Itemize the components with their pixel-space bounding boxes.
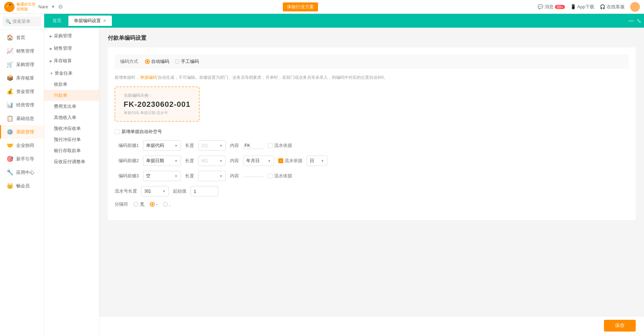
auto-encode-radio[interactable]: 自动编码 [145, 58, 169, 65]
chevron-down-icon: ▼ [162, 189, 166, 193]
search-icon: 🔍 [6, 19, 11, 24]
sidebar-item-purchase[interactable]: 🛒 采购管理 [0, 58, 44, 71]
sidebar-item-label: 新手引导 [16, 156, 34, 162]
chevron-down-icon: ▼ [174, 159, 178, 163]
top-bar-right: 💬 消息 99+ 📱 App下载 🎧 在线客服 [538, 2, 640, 12]
encoding-radio-group: 自动编码 手工编码 [145, 58, 199, 65]
user-avatar[interactable] [630, 2, 640, 12]
sub-nav-sales[interactable]: ▶ 销售管理 [44, 43, 99, 54]
preview-box: 当前编码示例： FK-20230602-001 单据代码-单据日期-流水号 [115, 86, 200, 122]
start-value-input[interactable]: 1 [191, 186, 218, 196]
app-layout: 🔍 搜索菜单 🏠 首页 📈 销售管理 🛒 采购管理 📦 库存核算 💰 [0, 14, 644, 335]
tab-expand-controls: — ⤡ [628, 18, 641, 24]
sidebar-item-label: 经营管理 [16, 102, 34, 108]
sep-none-radio[interactable]: 无 [134, 201, 144, 207]
sidebar-item-app-center[interactable]: 🔧 应用中心 [0, 166, 44, 179]
stream2-checkbox-checked[interactable]: ✓ [278, 158, 283, 163]
enterprise-icon: 🤝 [7, 142, 13, 149]
experience-button-container: 体验行业方案 [283, 2, 318, 11]
content-area: ▶ 采购管理 ▶ 销售管理 ▶ 库存核算 [44, 28, 644, 335]
stream2-period-select[interactable]: 日 ▼ [307, 156, 327, 166]
sidebar-item-label: 首页 [16, 35, 25, 41]
sidebar-item-system[interactable]: ⚙️ 系统管理 [0, 125, 44, 139]
prefix1-row: 编码前缀1 单据代码 ▼ 长度 2位 ▼ 内容 FK [115, 140, 629, 151]
message-button[interactable]: 💬 消息 99+ [538, 4, 565, 10]
logo-text: 畅通好生意 招商版 [17, 2, 36, 11]
prefix3-select[interactable]: 空 ▼ [143, 171, 181, 181]
sidebar-item-label: 基础信息 [16, 115, 34, 122]
hint-text: 新增单据时，'单据编码'自动生成，不可编辑。前缀设置为部门、业务员等档案类，开单… [115, 74, 629, 81]
sub-nav-other-income[interactable]: 其他收入单 [44, 112, 99, 123]
home-icon: 🏠 [7, 34, 13, 41]
stream1-checkbox[interactable]: 流水依据 [268, 142, 292, 149]
serial-length-select[interactable]: 3位 ▼ [141, 186, 169, 196]
sub-nav-bank[interactable]: 银行存取款单 [44, 145, 99, 156]
sub-nav-adjustment[interactable]: 应收应付调整单 [44, 156, 99, 167]
prefix1-select[interactable]: 单据代码 ▼ [143, 140, 181, 151]
sub-nav-inventory[interactable]: ▶ 库存核算 [44, 55, 99, 66]
stream3-checkbox-box[interactable] [268, 174, 273, 178]
bottom-bar: 保存 [99, 316, 644, 335]
sub-nav-receipt[interactable]: 收款单 [44, 79, 99, 90]
basic-icon: 📋 [7, 115, 13, 122]
prefix3-row: 编码前缀3 空 ▼ 长度 ▼ 内容 [115, 171, 629, 181]
tab-home[interactable]: 首页 [47, 16, 67, 26]
sidebar-item-enterprise[interactable]: 🤝 企业协同 [0, 139, 44, 152]
chevron-down-icon: ▼ [321, 159, 324, 163]
minimize-icon[interactable]: — [628, 18, 634, 24]
sep-dot-radio[interactable]: . [163, 202, 171, 207]
sub-nav-group-inventory: ▶ 库存核算 [44, 55, 99, 66]
sep-dash-radio[interactable]: - [150, 202, 157, 207]
content2-select[interactable]: 年月日 ▼ [243, 156, 274, 166]
sidebar-item-basic[interactable]: 📋 基础信息 [0, 112, 44, 125]
tab-close-icon[interactable]: ✕ [103, 18, 106, 23]
sub-nav-advance-payable[interactable]: 预付冲应付单 [44, 134, 99, 145]
sidebar-item-sales[interactable]: 📈 销售管理 [0, 44, 44, 58]
purchase-icon: 🛒 [7, 61, 13, 68]
sidebar-item-label: 资金管理 [16, 89, 34, 95]
sub-nav-purchase[interactable]: ▶ 采购管理 [44, 30, 99, 41]
save-button[interactable]: 保存 [604, 320, 636, 332]
sidebar-item-finance[interactable]: 💰 资金管理 [0, 85, 44, 98]
encoding-method-row: 编码方式 自动编码 手工编码 [115, 54, 629, 69]
app-center-icon: 🔧 [7, 169, 13, 176]
sub-nav-advance-receivable[interactable]: 预收冲应收单 [44, 123, 99, 134]
sep-none-dot [134, 202, 138, 207]
top-bar: 🍊 畅通好生意 招商版 Nare ▼ ⚙ 体验行业方案 💬 消息 99+ 📱 A… [0, 0, 644, 14]
sub-nav-payment[interactable]: 付款单 [44, 90, 99, 101]
online-service-button[interactable]: 🎧 在线客服 [600, 4, 625, 10]
stream2-checkbox[interactable]: ✓ 流水依据 [278, 158, 302, 164]
tab-bar: 首页 单据编码设置 ✕ — ⤡ [44, 14, 644, 28]
auto-encode-dot [145, 59, 150, 64]
length2-select[interactable]: 8位 ▼ [198, 156, 226, 166]
stream1-checkbox-box[interactable] [268, 143, 273, 148]
sidebar-item-home[interactable]: 🏠 首页 [0, 31, 44, 44]
app-download-button[interactable]: 📱 App下载 [570, 4, 594, 10]
sidebar-item-member[interactable]: 👑 畅会员 [0, 179, 44, 193]
chevron-down-icon: ▼ [219, 159, 223, 163]
auto-zero-row: 新增单据自动补空号 [115, 129, 629, 135]
expand-icon[interactable]: ⤡ [637, 18, 641, 24]
experience-button[interactable]: 体验行业方案 [283, 2, 318, 11]
prefix2-select[interactable]: 单据日期 ▼ [143, 156, 181, 166]
main-area: 首页 单据编码设置 ✕ — ⤡ ▶ 采购管理 [44, 14, 644, 335]
length3-select[interactable]: ▼ [198, 171, 226, 181]
manual-encode-radio[interactable]: 手工编码 [175, 58, 199, 65]
sub-nav-expense[interactable]: 费用支出单 [44, 101, 99, 112]
sidebar-item-guide[interactable]: 🎯 新手引导 [0, 152, 44, 166]
sidebar-item-inventory[interactable]: 📦 库存核算 [0, 71, 44, 85]
sidebar-item-label: 系统管理 [16, 129, 34, 135]
length1-select[interactable]: 2位 ▼ [198, 140, 226, 151]
search-menu-button[interactable]: 🔍 搜索菜单 [3, 17, 41, 26]
tab-encoding[interactable]: 单据编码设置 ✕ [68, 16, 112, 26]
sub-nav-finance[interactable]: ▼ 资金往来 [44, 68, 99, 79]
main-panel: 付款单编码设置 编码方式 自动编码 手工编码 [99, 28, 644, 335]
chevron-down-icon[interactable]: ▼ [51, 4, 55, 9]
settings-icon[interactable]: ⚙ [58, 3, 63, 10]
sidebar-nav: 🏠 首页 📈 销售管理 🛒 采购管理 📦 库存核算 💰 资金管理 📊 经 [0, 29, 44, 335]
auto-zero-checkbox[interactable] [115, 129, 119, 134]
chevron-down-icon: ▼ [268, 159, 271, 163]
sidebar-item-label: 畅会员 [16, 183, 30, 189]
stream3-checkbox[interactable]: 流水依据 [268, 173, 292, 179]
sidebar-item-operation[interactable]: 📊 经营管理 [0, 98, 44, 112]
